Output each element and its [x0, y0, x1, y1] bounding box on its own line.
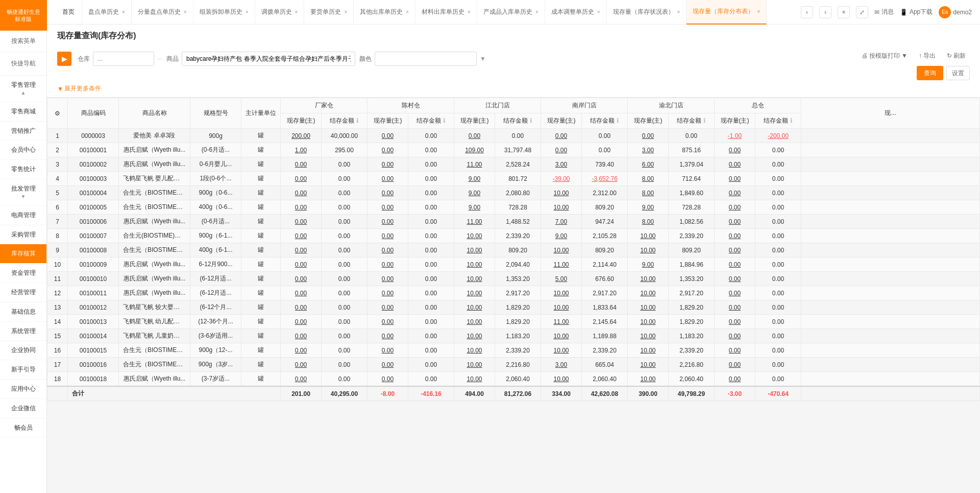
sidebar-item-members[interactable]: 畅会员 — [0, 418, 46, 438]
cell-yb-stock[interactable]: 10.00 — [628, 300, 669, 315]
cell-jb-stock[interactable]: 11.00 — [454, 157, 495, 172]
cell-yb-stock[interactable]: 8.00 — [628, 186, 669, 200]
sidebar-item-retail-shop[interactable]: 零售商城 — [0, 102, 46, 122]
tab-yaohuo[interactable]: 要货单历史 × — [304, 0, 354, 25]
sidebar-item-system[interactable]: 系统管理 — [0, 322, 46, 341]
cell-yb-stock[interactable]: 9.00 — [628, 257, 669, 272]
cell-t-stock[interactable]: 0.00 — [715, 243, 755, 257]
cell-cc-stock[interactable]: 0.00 — [368, 143, 408, 157]
sidebar-item-wholesale[interactable]: 批发管理 ▼ — [0, 179, 46, 206]
cell-jb-stock[interactable]: 10.00 — [454, 272, 495, 286]
tab-fenliang[interactable]: 分量盘点单历史 × — [132, 0, 193, 25]
color-dropdown-icon[interactable]: ▼ — [480, 55, 486, 62]
tab-xiancunliang-dist[interactable]: 现存量（库存分布表） × — [687, 0, 767, 25]
cell-fc-stock[interactable]: 0.00 — [281, 200, 322, 215]
user-avatar[interactable]: Ea demo2 — [939, 6, 972, 18]
tab-kucun-status-close[interactable]: × — [597, 9, 600, 15]
cell-fc-stock[interactable]: 0.00 — [281, 257, 322, 272]
sidebar-item-ecommerce[interactable]: 电商管理 — [0, 206, 46, 225]
cell-cc-stock[interactable]: 0.00 — [368, 272, 408, 286]
warehouse-input[interactable] — [93, 52, 154, 66]
cell-yb-stock[interactable]: 3.00 — [628, 143, 669, 157]
cell-cc-stock[interactable]: 0.00 — [368, 358, 408, 372]
cell-jb-stock[interactable]: 9.00 — [454, 172, 495, 186]
cell-t-stock[interactable]: 0.00 — [715, 286, 755, 300]
cell-na-stock[interactable]: -39.00 — [541, 172, 582, 186]
tab-kucun-status[interactable]: 成本调整单历史 × — [545, 0, 607, 25]
refresh-btn[interactable]: ↻ 刷新 — [943, 49, 970, 63]
tab-dist-close[interactable]: × — [757, 9, 760, 14]
cell-fc-stock[interactable]: 0.00 — [281, 286, 322, 300]
cell-t-stock[interactable]: -1.00 — [715, 129, 755, 143]
cell-t-stock[interactable]: 0.00 — [715, 229, 755, 243]
message-btn[interactable]: ✉ 消息 — [874, 8, 894, 16]
cell-cc-stock[interactable]: 0.00 — [368, 343, 408, 358]
cell-na-stock[interactable]: 7.00 — [541, 215, 582, 229]
cell-na-stock[interactable]: 10.00 — [541, 300, 582, 315]
cell-fc-stock[interactable]: 0.00 — [281, 358, 322, 372]
cell-jb-stock[interactable]: 10.00 — [454, 372, 495, 387]
cell-cc-stock[interactable]: 0.00 — [368, 200, 408, 215]
query-btn[interactable]: 查询 — [917, 66, 943, 80]
cell-t-stock[interactable]: 0.00 — [715, 343, 755, 358]
cell-na-stock[interactable]: 10.00 — [541, 200, 582, 215]
cell-na-stock[interactable]: 11.00 — [541, 315, 582, 329]
cell-cc-stock[interactable]: 0.00 — [368, 186, 408, 200]
export-btn[interactable]: ↑ 导出 — [915, 49, 940, 63]
cell-cc-stock[interactable]: 0.00 — [368, 157, 408, 172]
cell-t-stock[interactable]: 0.00 — [715, 329, 755, 343]
tab-xiancunliang-status[interactable]: 现存量（库存状况表） × — [607, 0, 687, 25]
cell-yb-stock[interactable]: 8.00 — [628, 172, 669, 186]
color-input[interactable] — [375, 52, 477, 66]
cell-jb-stock[interactable]: 0.00 — [454, 129, 495, 143]
sidebar-quicknav[interactable]: 快捷导航 — [0, 52, 46, 76]
cell-na-stock[interactable]: 10.00 — [541, 243, 582, 257]
cell-na-stock[interactable]: 10.00 — [541, 286, 582, 300]
cell-yb-stock[interactable]: 10.00 — [628, 372, 669, 387]
cell-yb-stock[interactable]: 10.00 — [628, 229, 669, 243]
cell-na-stock[interactable]: 5.00 — [541, 272, 582, 286]
sidebar-item-newguide[interactable]: 新手引导 — [0, 360, 46, 380]
cell-jb-stock[interactable]: 10.00 — [454, 343, 495, 358]
cell-na-stock[interactable]: 9.00 — [541, 229, 582, 243]
warehouse-more-icon[interactable]: ··· — [157, 55, 162, 62]
tab-zuji[interactable]: 组装拆卸单历史 × — [193, 0, 255, 25]
cell-jb-stock[interactable]: 10.00 — [454, 286, 495, 300]
tab-pandian[interactable]: 盘点单历史 × — [82, 0, 132, 25]
cell-yb-stock[interactable]: 10.00 — [628, 358, 669, 372]
th-settings[interactable]: ⚙ — [47, 98, 68, 129]
home-tab[interactable]: 首页 — [55, 0, 82, 25]
cell-yb-stock[interactable]: 10.00 — [628, 272, 669, 286]
cell-yb-stock[interactable]: 10.00 — [628, 243, 669, 257]
tab-cailiao[interactable]: 材料出库单历史 × — [415, 0, 477, 25]
sidebar-item-inventory[interactable]: 库存核算 — [0, 244, 46, 264]
sidebar-item-member[interactable]: 会员中心 — [0, 140, 46, 160]
app-logo[interactable]: 畅捷通好生意标准版 — [0, 0, 47, 31]
cell-na-stock[interactable]: 11.00 — [541, 257, 582, 272]
sidebar-item-operation[interactable]: 经营管理 — [0, 283, 46, 302]
cell-t-stock[interactable]: 0.00 — [715, 257, 755, 272]
tab-fenliang-close[interactable]: × — [184, 9, 187, 15]
cell-yb-stock[interactable]: 8.00 — [628, 215, 669, 229]
tab-chancheng[interactable]: 产成品入库单历史 × — [477, 0, 545, 25]
print-btn[interactable]: 🖨 按模版打印 ▼ — [857, 49, 912, 63]
cell-na-stock[interactable]: 3.00 — [541, 358, 582, 372]
cell-jb-stock[interactable]: 10.00 — [454, 300, 495, 315]
sidebar-item-purchase[interactable]: 采购管理 — [0, 225, 46, 245]
sidebar-item-retail-stat[interactable]: 零售统计 — [0, 160, 46, 179]
tab-next-btn[interactable]: › — [819, 6, 831, 18]
cell-yb-stock[interactable]: 10.00 — [628, 315, 669, 329]
cell-fc-stock[interactable]: 0.00 — [281, 172, 322, 186]
cell-jb-stock[interactable]: 10.00 — [454, 358, 495, 372]
settings-btn[interactable]: 设置 — [946, 66, 970, 80]
cell-cc-stock[interactable]: 0.00 — [368, 129, 408, 143]
cell-cc-stock[interactable]: 0.00 — [368, 329, 408, 343]
cell-yb-stock[interactable]: 9.00 — [628, 200, 669, 215]
cell-fc-stock[interactable]: 0.00 — [281, 215, 322, 229]
sidebar-item-corp[interactable]: 企业协同 — [0, 341, 46, 360]
cell-fc-stock[interactable]: 200.00 — [281, 129, 322, 143]
expand-conditions-btn[interactable]: ▼ 展开更多条件 — [57, 84, 970, 93]
cell-jb-stock[interactable]: 10.00 — [454, 229, 495, 243]
cell-fc-stock[interactable]: 0.00 — [281, 372, 322, 387]
tab-zuji-close[interactable]: × — [246, 9, 249, 15]
